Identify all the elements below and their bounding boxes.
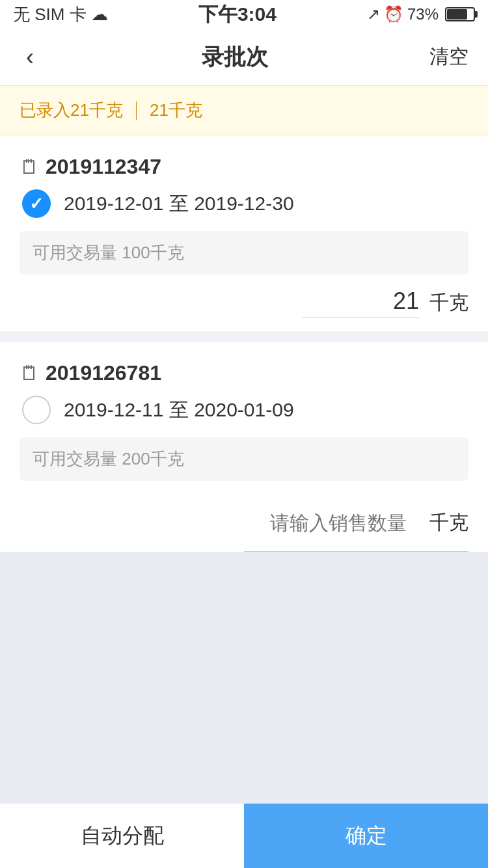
batch2-radio[interactable] — [22, 396, 51, 424]
batch1-quantity-row: 21 千克 — [0, 288, 488, 331]
status-left: 无 SIM 卡 ☁ — [13, 3, 108, 26]
batch1-date-row[interactable]: 2019-12-01 至 2019-12-30 — [20, 189, 468, 218]
batch2-doc-icon: 🗒 — [20, 362, 39, 385]
batch1-id: 2019112347 — [46, 155, 161, 179]
batch2-id: 2019126781 — [46, 361, 161, 385]
banner-divider — [136, 102, 137, 120]
back-button[interactable]: ‹ — [20, 37, 40, 77]
sim-label: 无 SIM 卡 ☁ — [13, 3, 108, 26]
batch1-qty-underline — [302, 318, 419, 318]
batch1-radio[interactable] — [22, 189, 51, 218]
location-icon: ↗ — [367, 5, 380, 23]
batch2-avail-text: 可用交易量 200千克 — [33, 449, 184, 468]
batch1-doc-icon: 🗒 — [20, 156, 39, 178]
batch2-date-row[interactable]: 2019-12-11 至 2020-01-09 — [20, 396, 468, 424]
batch-card-1: 🗒 2019112347 2019-12-01 至 2019-12-30 可用交… — [0, 135, 488, 331]
spacer-area — [0, 552, 488, 838]
recorded-label: 已录入21千克 — [20, 99, 123, 122]
batch-card-2: 🗒 2019126781 2019-12-11 至 2020-01-09 可用交… — [0, 342, 488, 552]
batch1-qty-input-wrapper[interactable]: 21 — [302, 288, 419, 318]
bottom-bar: 自动分配 确定 — [0, 803, 488, 868]
confirm-button[interactable]: 确定 — [244, 804, 488, 868]
batch1-unit: 千克 — [429, 290, 468, 316]
batch1-qty-value: 21 — [393, 288, 419, 315]
battery-icon — [445, 7, 475, 21]
batch2-quantity-row[interactable]: 千克 — [0, 494, 488, 552]
auto-distribute-button[interactable]: 自动分配 — [0, 804, 244, 868]
batch2-qty-input[interactable] — [221, 512, 416, 534]
recorded-value: 21千克 — [150, 99, 202, 122]
nav-bar: ‹ 录批次 清空 — [0, 29, 488, 86]
batch1-avail-text: 可用交易量 100千克 — [33, 243, 184, 262]
alarm-icon: ⏰ — [384, 5, 403, 23]
batch1-date: 2019-12-01 至 2019-12-30 — [64, 191, 294, 217]
batch2-date: 2019-12-11 至 2020-01-09 — [64, 397, 294, 424]
info-banner: 已录入21千克 21千克 — [0, 86, 488, 135]
batch1-id-row: 🗒 2019112347 — [20, 155, 468, 179]
section-divider — [0, 331, 488, 342]
batch2-unit: 千克 — [429, 509, 468, 536]
clear-button[interactable]: 清空 — [429, 44, 468, 70]
battery-percent: 73% — [407, 5, 439, 23]
batch2-avail: 可用交易量 200千克 — [20, 437, 468, 481]
batch2-input-underline — [244, 551, 468, 552]
batch1-avail: 可用交易量 100千克 — [20, 231, 468, 275]
status-right: ↗ ⏰ 73% — [367, 5, 475, 23]
page-title: 录批次 — [202, 42, 268, 72]
batch2-id-row: 🗒 2019126781 — [20, 361, 468, 385]
status-time: 下午3:04 — [198, 1, 277, 28]
status-bar: 无 SIM 卡 ☁ 下午3:04 ↗ ⏰ 73% — [0, 0, 488, 29]
